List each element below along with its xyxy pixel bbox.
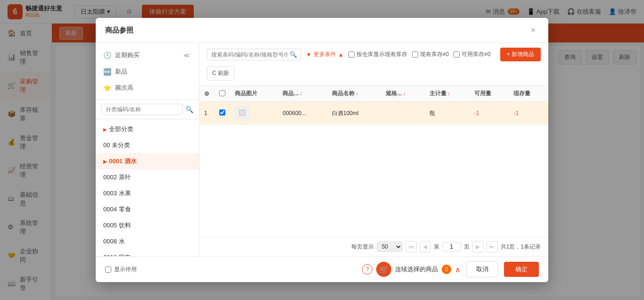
page-word: 第 — [434, 243, 439, 251]
category-0003[interactable]: 0003 水果 — [96, 185, 199, 201]
page-first-btn[interactable]: ⏮ — [405, 241, 417, 252]
check-stock-text: 按仓库显示现有库存 — [356, 50, 407, 58]
product-search-input[interactable] — [211, 51, 288, 58]
category-0004[interactable]: 0004 零食 — [96, 201, 199, 217]
all-arrow-icon: ▶ — [103, 127, 107, 132]
cart-label: 连续选择的商品 — [395, 265, 438, 274]
product-search-icon: 🔍 — [289, 51, 297, 58]
show-disabled-text: 显示停用 — [114, 266, 137, 274]
check-stock-input[interactable] — [348, 51, 355, 58]
row-spec — [381, 102, 424, 125]
tab-recent-label: 近期购买 — [115, 51, 140, 59]
star-icon: ⭐ — [103, 84, 111, 92]
row-image-cell: 🖼 — [230, 102, 278, 125]
tab-frequent[interactable]: ⭐ 频次高 — [96, 80, 199, 96]
col-available: 可用量 — [470, 86, 509, 102]
category-search-icon[interactable]: 🔍 — [185, 106, 193, 113]
tab-frequent-label: 频次高 — [115, 83, 133, 92]
category-0002-label: 0002 茶叶 — [103, 173, 131, 182]
footer-collapse-icon[interactable]: ∧ — [455, 265, 461, 274]
category-all[interactable]: ▶ 全部分类 — [96, 121, 199, 137]
refresh-button[interactable]: C 刷新 — [207, 66, 234, 81]
row-unit: 瓶 — [425, 102, 470, 125]
row-name: 白酒100ml — [327, 102, 381, 125]
page-total-info: 共1页，1条记录 — [501, 243, 541, 251]
confirm-button[interactable]: 确定 — [504, 262, 539, 277]
category-00-label: 00 未分类 — [103, 141, 130, 150]
product-search-box[interactable]: 🔍 — [207, 49, 301, 60]
col-settings[interactable]: ⚙ — [199, 86, 215, 102]
category-0001-label: 0001 酒水 — [109, 157, 137, 166]
more-filter-button[interactable]: ▼ 更多条件 ▲ — [306, 50, 344, 58]
cancel-button[interactable]: 取消 — [466, 261, 498, 277]
footer-cart-area: ? 🛒 连续选择的商品 0 ∧ — [362, 262, 461, 277]
page-size-label: 每页显示 — [351, 243, 374, 251]
category-search-input[interactable] — [101, 104, 182, 115]
filter-icon: ▼ — [306, 51, 312, 58]
modal-overlay: 商品参照 × 🕐 近期购买 ≪ 🆕 新品 — [0, 0, 644, 300]
category-0010[interactable]: 0010 家电 — [96, 250, 199, 256]
cart-icon: 🛒 — [379, 265, 388, 274]
check-available-label[interactable]: 现有库存≠0 — [412, 50, 449, 58]
row-index: 1 — [199, 102, 215, 125]
quick-tabs: 🕐 近期购买 ≪ 🆕 新品 ⭐ 频次高 — [96, 43, 199, 100]
select-all-checkbox[interactable] — [219, 90, 225, 96]
new-icon: 🆕 — [103, 68, 111, 75]
filter-arrow-icon: ▲ — [338, 51, 344, 58]
page-size-select[interactable]: 50 100 — [377, 242, 403, 252]
product-thumbnail: 🖼 — [235, 106, 250, 121]
category-all-label: 全部分类 — [109, 125, 133, 133]
row-available: -1 — [470, 102, 509, 125]
category-list: ▶ 全部分类 00 未分类 ▶ 0001 酒水 0002 茶叶 0003 水果 — [96, 119, 199, 256]
page-last-btn[interactable]: ⏭ — [487, 241, 498, 252]
product-table: ⚙ 商品图片 商品... 商品名称 规格... 主计量 可用量 现存量 — [199, 86, 548, 125]
col-stock: 现存量 — [509, 86, 548, 102]
page-next-btn[interactable]: ▶ — [472, 241, 484, 252]
category-0001[interactable]: ▶ 0001 酒水 — [96, 153, 199, 169]
show-disabled-checkbox[interactable] — [105, 267, 111, 273]
tab-recent-purchase[interactable]: 🕐 近期购买 ≪ — [96, 47, 199, 64]
modal-body: 🕐 近期购买 ≪ 🆕 新品 ⭐ 频次高 🔍 — [96, 43, 548, 256]
table-row[interactable]: 1 🖼 000600... 白酒100ml 瓶 — [199, 102, 548, 125]
col-name[interactable]: 商品名称 — [327, 86, 381, 102]
col-spec[interactable]: 规格... — [381, 86, 424, 102]
check-available-text: 现有库存≠0 — [420, 50, 449, 58]
help-icon[interactable]: ? — [362, 264, 372, 275]
category-0008[interactable]: 0008 水 — [96, 233, 199, 250]
page-prev-btn[interactable]: ◀ — [420, 241, 431, 252]
modal-toolbar: 🔍 ▼ 更多条件 ▲ 按仓库显示现有库存 现有库存≠0 — [199, 43, 548, 86]
product-table-wrap: ⚙ 商品图片 商品... 商品名称 规格... 主计量 可用量 现存量 — [199, 86, 548, 237]
col-code[interactable]: 商品... — [278, 86, 327, 102]
check-usable-input[interactable] — [454, 51, 460, 58]
row-checkbox-cell[interactable] — [215, 102, 230, 125]
page-unit: 页 — [464, 243, 470, 251]
modal-footer: 显示停用 ? 🛒 连续选择的商品 0 ∧ 取消 确定 — [96, 256, 548, 282]
category-0003-label: 0003 水果 — [103, 189, 131, 198]
category-search-row: 🔍 — [96, 100, 199, 119]
row-checkbox[interactable] — [219, 109, 225, 116]
tab-new-product[interactable]: 🆕 新品 — [96, 64, 199, 80]
category-0002[interactable]: 0002 茶叶 — [96, 169, 199, 185]
filter-label: 更多条件 — [314, 50, 336, 58]
row-stock: -1 — [509, 102, 548, 125]
collapse-icon[interactable]: ≪ — [182, 50, 191, 60]
row-code: 000600... — [278, 102, 327, 125]
category-00[interactable]: 00 未分类 — [96, 137, 199, 153]
modal-close-button[interactable]: × — [528, 25, 539, 36]
modal-right-panel: 🔍 ▼ 更多条件 ▲ 按仓库显示现有库存 现有库存≠0 — [199, 43, 548, 256]
modal-header: 商品参照 × — [96, 18, 548, 43]
tab-new-label: 新品 — [115, 67, 127, 76]
show-disabled-label[interactable]: 显示停用 — [105, 266, 137, 274]
category-0008-label: 0008 水 — [103, 237, 125, 246]
check-available-input[interactable] — [412, 51, 418, 58]
product-modal: 商品参照 × 🕐 近期购买 ≪ 🆕 新品 — [96, 18, 548, 282]
page-number-input[interactable] — [442, 242, 461, 251]
check-stock-label[interactable]: 按仓库显示现有库存 — [348, 50, 407, 58]
category-0005[interactable]: 0005 饮料 — [96, 217, 199, 233]
add-product-button[interactable]: + 新增商品 — [500, 48, 541, 61]
category-0004-label: 0004 零食 — [103, 205, 131, 214]
cart-button[interactable]: 🛒 — [376, 262, 391, 277]
check-usable-label[interactable]: 可用库存≠0 — [454, 50, 490, 58]
col-checkbox — [215, 86, 230, 102]
col-unit[interactable]: 主计量 — [425, 86, 470, 102]
